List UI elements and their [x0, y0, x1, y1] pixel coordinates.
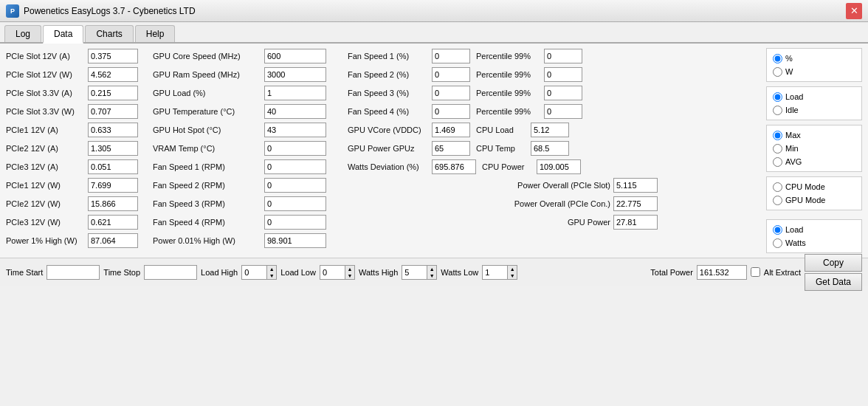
radio-max[interactable]: Max [773, 128, 855, 142]
input-pcie2-12v-w[interactable] [88, 196, 138, 211]
input-gpu-vcore[interactable] [432, 123, 470, 137]
input-pcie2-12v-a[interactable] [88, 141, 138, 156]
radio-cpu-mode-input[interactable] [773, 182, 782, 192]
radio-load2-input[interactable] [773, 225, 782, 235]
input-pcie1-12v-w[interactable] [88, 178, 138, 193]
spin-down-watts-high[interactable]: ▼ [427, 272, 436, 279]
input-gpu-hot-spot[interactable] [264, 123, 326, 137]
input-percentile-99-2[interactable] [544, 67, 582, 82]
input-load-high[interactable] [241, 265, 266, 280]
spin-up-watts-high[interactable]: ▲ [427, 266, 436, 272]
radio-w[interactable]: W [773, 65, 855, 78]
radio-pct[interactable]: % [773, 52, 855, 65]
radio-max-input[interactable] [773, 131, 782, 140]
spin-down-load-low[interactable]: ▼ [345, 272, 354, 279]
tab-log[interactable]: Log [4, 25, 41, 42]
field-gpu-ram-speed: GPU Ram Speed (MHz) [153, 66, 345, 83]
label-percentile-99-3: Percentile 99% [476, 89, 541, 97]
input-vram-temp[interactable] [264, 141, 326, 156]
input-gpu-power-gpuz[interactable] [432, 141, 470, 156]
input-gpu-load[interactable] [264, 86, 326, 100]
input-percentile-99-3[interactable] [544, 86, 582, 100]
radio-gpu-mode[interactable]: GPU Mode [773, 193, 855, 207]
input-pcie-slot-12v-a[interactable] [88, 49, 138, 63]
tab-help[interactable]: Help [135, 25, 176, 42]
radio-gpu-mode-input[interactable] [773, 196, 782, 205]
input-watts-low[interactable] [482, 265, 507, 280]
input-cpu-load[interactable] [531, 123, 569, 137]
radio-load2[interactable]: Load [773, 223, 855, 236]
input-pcie-slot-33v-w[interactable] [88, 104, 138, 119]
input-fan-speed-4-rpm[interactable] [264, 215, 326, 230]
radio-idle[interactable]: Idle [773, 103, 855, 117]
spin-down-watts-low[interactable]: ▼ [508, 272, 517, 279]
radio-load-input[interactable] [773, 92, 782, 102]
spin-load-high: ▲ ▼ [241, 265, 277, 280]
spin-down-load-high[interactable]: ▼ [267, 272, 276, 279]
radio-load[interactable]: Load [773, 90, 855, 103]
input-fan-speed-1-pct[interactable] [432, 49, 470, 63]
radio-group-pct-w: % W [766, 48, 862, 82]
field-gpu-load: GPU Load (%) [153, 85, 345, 101]
radio-pct-input[interactable] [773, 54, 782, 63]
input-gpu-temperature[interactable] [264, 104, 326, 119]
radio-avg[interactable]: AVG [773, 155, 855, 168]
radio-min-input[interactable] [773, 144, 782, 154]
field-pcie2-12v-a: PCIe2 12V (A) [6, 140, 150, 156]
input-cpu-power[interactable] [537, 159, 581, 174]
input-pcie3-12v-a[interactable] [88, 159, 138, 174]
get-data-button[interactable]: Get Data [805, 273, 862, 291]
radio-cpu-mode[interactable]: CPU Mode [773, 180, 855, 193]
input-percentile-99-1[interactable] [544, 49, 582, 63]
input-power-overall-con[interactable] [613, 196, 658, 211]
label-gpu-vcore: GPU VCore (VDDC) [348, 125, 429, 134]
label-gpu-power-gpuz: GPU Power GPUz [348, 144, 429, 153]
spin-arrows-load-high: ▲ ▼ [266, 265, 277, 280]
label-gpu-load: GPU Load (%) [153, 89, 262, 97]
input-gpu-power[interactable] [613, 215, 658, 230]
label-cpu-power: CPU Power [482, 162, 534, 171]
input-fan-speed-3-pct[interactable] [432, 86, 470, 100]
input-watts-high[interactable] [402, 265, 427, 280]
label-load-low: Load Low [280, 268, 316, 277]
input-fan-speed-3-rpm[interactable] [264, 196, 326, 211]
checkbox-alt-extract[interactable] [751, 267, 760, 277]
input-power-overall-slot[interactable] [613, 178, 658, 193]
close-button[interactable]: ✕ [846, 3, 862, 19]
input-total-power[interactable] [697, 265, 747, 280]
spin-up-load-low[interactable]: ▲ [345, 266, 354, 272]
input-pcie3-12v-w[interactable] [88, 215, 138, 230]
spin-up-watts-low[interactable]: ▲ [508, 266, 517, 272]
input-time-start[interactable] [46, 265, 100, 280]
input-pcie-slot-12v-w[interactable] [88, 67, 138, 82]
tab-charts[interactable]: Charts [85, 25, 133, 42]
input-fan-speed-4-pct[interactable] [432, 104, 470, 119]
input-cpu-temp[interactable] [531, 141, 569, 156]
input-watts-deviation[interactable] [432, 159, 476, 174]
radio-min[interactable]: Min [773, 142, 855, 155]
input-fan-speed-2-pct[interactable] [432, 67, 470, 82]
input-power-001pct-high[interactable] [264, 233, 326, 248]
radio-w-input[interactable] [773, 67, 782, 77]
input-power-1pct-high[interactable] [88, 233, 138, 248]
input-time-stop[interactable] [144, 265, 197, 280]
input-percentile-99-4[interactable] [544, 104, 582, 119]
input-fan-speed-2-rpm[interactable] [264, 178, 326, 193]
tab-data[interactable]: Data [43, 25, 83, 44]
copy-button[interactable]: Copy [805, 254, 862, 272]
input-gpu-ram-speed[interactable] [264, 67, 326, 82]
input-pcie-slot-33v-a[interactable] [88, 86, 138, 100]
label-fan-speed-2-rpm: Fan Speed 2 (RPM) [153, 181, 262, 190]
input-fan-speed-1-rpm[interactable] [264, 159, 326, 174]
radio-idle-input[interactable] [773, 106, 782, 115]
input-pcie1-12v-a[interactable] [88, 123, 138, 137]
radio-watts-input[interactable] [773, 238, 782, 248]
input-load-low[interactable] [320, 265, 345, 280]
label-alt-extract: Alt Extract [764, 268, 801, 277]
input-gpu-core-speed[interactable] [264, 49, 326, 63]
radio-avg-input[interactable] [773, 157, 782, 167]
radio-watts[interactable]: Watts [773, 236, 855, 250]
bottom-row: Time Start Time Stop Load High ▲ ▼ Load … [0, 258, 868, 286]
label-fan-speed-4-pct: Fan Speed 4 (%) [348, 107, 429, 116]
spin-up-load-high[interactable]: ▲ [267, 266, 276, 272]
